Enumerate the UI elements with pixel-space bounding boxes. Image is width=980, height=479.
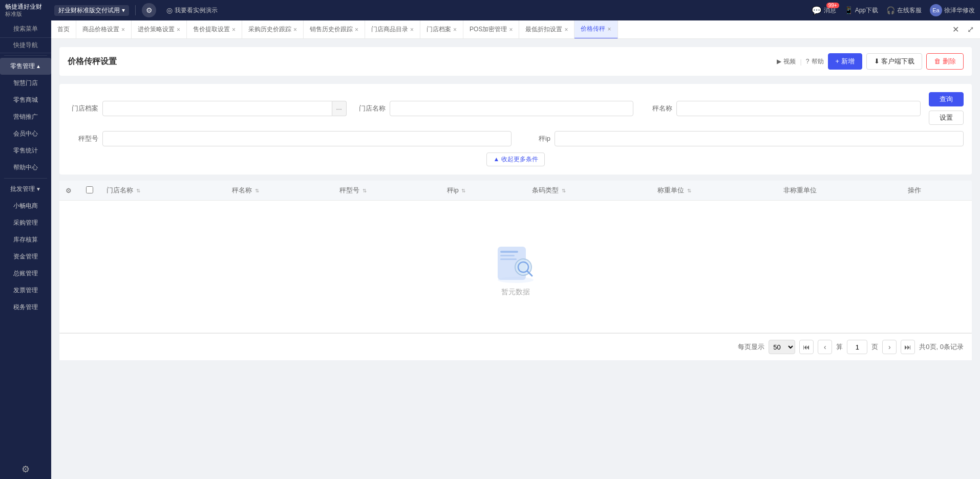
first-page-btn[interactable]: ⏮ (799, 340, 814, 354)
sidebar: 搜索菜单 快捷导航 零售管理 ▲ 智慧门店 零售商城 营销推广 会员中心 零售统… (0, 20, 51, 479)
message-icon[interactable]: 💬 消息 99+ (812, 6, 836, 15)
download-client-button[interactable]: ⬇ 客户端下载 (866, 53, 923, 70)
next-page-btn[interactable]: › (882, 340, 897, 354)
store-name-input[interactable] (390, 101, 634, 116)
query-settings-buttons: 查询 设置 (929, 92, 964, 125)
tab-pos-encryption[interactable]: POS加密管理 × (463, 20, 519, 39)
sidebar-item-retail-stats[interactable]: 零售统计 (0, 142, 51, 159)
sidebar-item-xiaochang-ec[interactable]: 小畅电商 (0, 198, 51, 214)
video-link[interactable]: ▶ 视频 (777, 57, 796, 66)
sidebar-item-purchase-mgmt[interactable]: 采购管理 (0, 214, 51, 231)
store-profile-field: 门店档案 ··· (68, 101, 347, 116)
add-button[interactable]: + 新增 (828, 53, 862, 70)
tab-close-sales-history[interactable]: × (355, 26, 358, 33)
tab-close-pos-encryption[interactable]: × (509, 26, 513, 33)
sidebar-item-marketing[interactable]: 营销推广 (0, 108, 51, 125)
per-page-select[interactable]: 20 50 100 200 (769, 340, 795, 354)
tab-purchase-history[interactable]: 采购历史价跟踪 × (242, 20, 304, 39)
help-link[interactable]: ? 帮助 (806, 57, 824, 66)
demo-button[interactable]: ◎ 我要看实例演示 (166, 6, 218, 15)
scale-ip-input[interactable] (555, 131, 964, 146)
tab-sales-history[interactable]: 销售历史价跟踪 × (304, 20, 365, 39)
sidebar-item-help-center[interactable]: 帮助中心 (0, 159, 51, 176)
col-weight-unit: 称重单位 ⇅ (651, 181, 777, 201)
col-barcode-type: 条码类型 ⇅ (526, 181, 651, 201)
store-profile-label: 门店档案 (68, 104, 98, 113)
tab-close-store-catalog[interactable]: × (410, 26, 414, 33)
tab-close-sale-extract[interactable]: × (232, 26, 236, 33)
online-service-link[interactable]: 🎧 在线客服 (886, 6, 922, 15)
col-non-weight-unit: 非称重单位 (777, 181, 902, 201)
sidebar-item-inventory[interactable]: 库存核算 (0, 231, 51, 248)
sidebar-item-invoice-mgmt[interactable]: 发票管理 (0, 282, 51, 299)
pagination: 每页显示 20 50 100 200 ⏮ ‹ 算 页 › ⏭ 共0页, 0条记录 (59, 333, 972, 360)
sidebar-item-smart-store[interactable]: 智慧门店 (0, 75, 51, 92)
query-button[interactable]: 查询 (929, 92, 964, 106)
table-head: ⚙ 门店名称 ⇅ 秤名称 ⇅ (59, 181, 972, 201)
tab-home[interactable]: 首页 (51, 20, 76, 39)
store-profile-select-btn[interactable]: ··· (332, 101, 347, 116)
tab-close-all-btn[interactable]: ✕ (950, 24, 961, 35)
select-all-checkbox[interactable] (86, 186, 93, 193)
sidebar-item-retail-mgmt[interactable]: 零售管理 ▲ (0, 58, 51, 75)
sidebar-search[interactable]: 搜索菜单 (0, 20, 51, 38)
sort-weight-unit[interactable]: ⇅ (687, 188, 691, 193)
prev-page-btn[interactable]: ‹ (818, 340, 832, 354)
sort-scale-model[interactable]: ⇅ (363, 188, 367, 193)
tab-expand-btn[interactable]: ⤢ (965, 24, 976, 35)
tab-price-transfer[interactable]: 价格传秤 × (574, 20, 617, 39)
page-input[interactable] (847, 340, 867, 354)
user-avatar[interactable]: Ea 徐泽华修改 (930, 4, 975, 16)
tab-store-catalog[interactable]: 门店商品目录 × (365, 20, 420, 39)
scale-model-field: 秤型号 (68, 131, 512, 146)
sidebar-item-tax-mgmt[interactable]: 税务管理 (0, 299, 51, 316)
sort-barcode-type[interactable]: ⇅ (562, 188, 566, 193)
sort-store-name[interactable]: ⇅ (136, 188, 140, 193)
form-row-1: 门店档案 ··· 门店名称 秤名称 (68, 92, 964, 125)
tab-sale-extract[interactable]: 售价提取设置 × (187, 20, 242, 39)
tab-close-price-transfer[interactable]: × (607, 26, 611, 33)
scale-model-input[interactable] (102, 131, 512, 146)
sidebar-item-member-center[interactable]: 会员中心 (0, 125, 51, 142)
tab-close-product-price[interactable]: × (121, 26, 125, 33)
store-profile-input-wrapper: ··· (102, 101, 347, 116)
svg-rect-3 (500, 255, 515, 256)
tab-close-purchase-history[interactable]: × (293, 26, 297, 33)
table-header-row: ⚙ 门店名称 ⇅ 秤名称 ⇅ (59, 181, 972, 201)
settings-button[interactable]: 设置 (929, 111, 964, 125)
total-info: 共0页, 0条记录 (919, 342, 964, 352)
tab-min-discount[interactable]: 最低折扣设置 × (519, 20, 574, 39)
svg-rect-4 (500, 258, 517, 260)
logo: 畅捷通好业财 标准版 (5, 3, 46, 17)
product-selector[interactable]: 好业财标准版交付试用 ▾ (54, 5, 129, 16)
last-page-btn[interactable]: ⏭ (901, 340, 915, 354)
sidebar-quick-nav[interactable]: 快捷导航 (0, 38, 51, 53)
sort-scale-ip[interactable]: ⇅ (461, 188, 465, 193)
sidebar-item-retail-mall[interactable]: 零售商城 (0, 92, 51, 108)
page-actions: ▶ 视频 | ? 帮助 + 新增 ⬇ 客户端下载 🗑 删除 (777, 53, 964, 70)
app-download-link[interactable]: 📱 App下载 (844, 6, 878, 15)
scale-name-input[interactable] (676, 101, 921, 116)
scale-name-label: 秤名称 (642, 104, 672, 113)
tab-close-purchase-strategy[interactable]: × (177, 26, 180, 33)
col-scale-model: 秤型号 ⇅ (333, 181, 441, 201)
sidebar-item-ledger-mgmt[interactable]: 总账管理 (0, 265, 51, 282)
sidebar-item-finance-mgmt[interactable]: 资金管理 (0, 248, 51, 265)
collapse-button[interactable]: ▲ 收起更多条件 (486, 153, 544, 166)
sidebar-item-wholesale-mgmt[interactable]: 批发管理 ▼ (0, 181, 51, 198)
tab-purchase-strategy[interactable]: 进价策略设置 × (132, 20, 187, 39)
sort-scale-name[interactable]: ⇅ (255, 188, 259, 193)
settings-icon[interactable]: ⚙ (142, 3, 156, 17)
sidebar-settings-icon[interactable]: ⚙ (0, 460, 51, 479)
col-checkbox (80, 181, 100, 201)
search-form: 门店档案 ··· 门店名称 秤名称 (59, 84, 972, 175)
store-profile-input[interactable] (102, 101, 332, 116)
page-header: 价格传秤设置 ▶ 视频 | ? 帮助 + 新增 ⬇ 客户端下载 � (59, 47, 972, 76)
tab-store-profile[interactable]: 门店档案 × (420, 20, 463, 39)
col-settings[interactable]: ⚙ (59, 181, 80, 201)
tab-close-min-discount[interactable]: × (564, 26, 568, 33)
svg-rect-2 (500, 251, 518, 253)
tab-close-store-profile[interactable]: × (453, 26, 457, 33)
tab-product-price[interactable]: 商品价格设置 × (76, 20, 132, 39)
delete-button[interactable]: 🗑 删除 (926, 53, 964, 70)
